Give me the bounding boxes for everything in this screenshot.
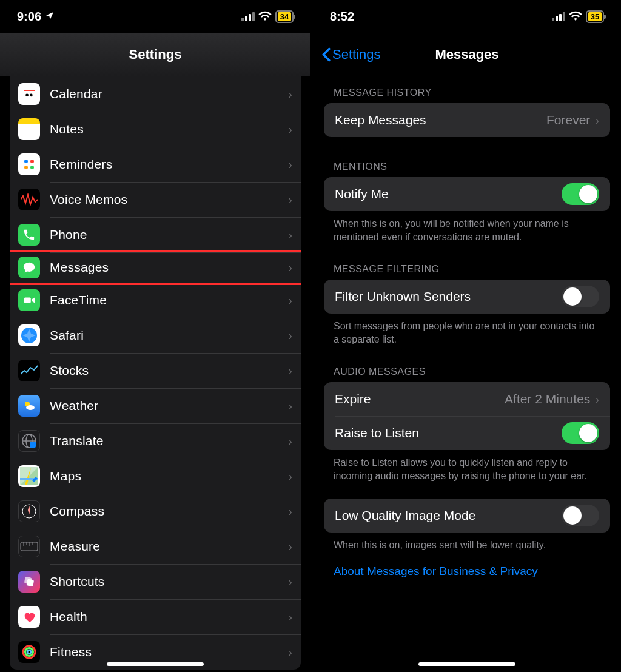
section-header-audio: AUDIO MESSAGES <box>313 346 621 382</box>
keep-messages-cell[interactable]: Keep Messages Forever › <box>324 103 610 137</box>
cell-label: Keep Messages <box>335 113 546 127</box>
settings-item-maps[interactable]: Maps › <box>10 459 301 494</box>
svg-point-4 <box>30 160 34 163</box>
settings-item-label: Safari <box>50 328 288 343</box>
chevron-right-icon: › <box>595 392 599 406</box>
settings-item-label: Messages <box>50 260 288 275</box>
section-footer-lowq: When this is on, images sent will be low… <box>313 533 621 552</box>
settings-item-label: Phone <box>50 227 288 242</box>
raise-to-listen-toggle[interactable] <box>562 422 599 444</box>
low-quality-image-cell: Low Quality Image Mode <box>324 499 610 533</box>
svg-rect-21 <box>26 579 34 586</box>
settings-item-label: Health <box>50 610 288 624</box>
settings-item-shortcuts[interactable]: Shortcuts › <box>10 564 301 599</box>
status-time: 8:52 <box>330 10 354 24</box>
svg-point-9 <box>26 405 35 410</box>
about-messages-business-link[interactable]: About Messages for Business & Privacy <box>313 551 621 591</box>
settings-item-safari[interactable]: Safari › <box>10 318 301 353</box>
settings-item-label: Weather <box>50 398 288 413</box>
notify-me-toggle[interactable] <box>562 183 599 205</box>
cell-label: Expire <box>335 392 505 406</box>
settings-item-label: Calendar <box>50 87 288 101</box>
translate-icon <box>18 430 40 452</box>
settings-item-weather[interactable]: Weather › <box>10 388 301 423</box>
chevron-right-icon: › <box>288 294 292 307</box>
chevron-right-icon: › <box>288 505 292 519</box>
expire-cell[interactable]: Expire After 2 Minutes › <box>324 382 610 416</box>
filter-unknown-senders-toggle[interactable] <box>562 286 599 307</box>
phone-icon <box>18 224 40 246</box>
weather-icon <box>18 395 40 417</box>
compass-icon <box>18 500 40 522</box>
section-header-history: MESSAGE HISTORY <box>313 76 621 103</box>
svg-rect-15 <box>21 542 38 551</box>
home-indicator[interactable] <box>107 662 204 666</box>
settings-item-phone[interactable]: Phone › <box>10 217 301 252</box>
chevron-right-icon: › <box>288 645 292 659</box>
wifi-icon <box>258 10 272 24</box>
chevron-right-icon: › <box>288 434 292 448</box>
settings-item-label: Measure <box>50 539 288 554</box>
settings-item-label: Stocks <box>50 363 288 378</box>
fitness-icon <box>18 641 40 663</box>
cell-value: After 2 Minutes <box>505 392 590 406</box>
svg-point-3 <box>24 166 28 169</box>
section-footer-audio: Raise to Listen allows you to quickly li… <box>313 450 621 482</box>
navbar: Settings <box>0 33 310 76</box>
settings-item-messages[interactable]: Messages › <box>10 250 301 285</box>
settings-item-measure[interactable]: Measure › <box>10 529 301 564</box>
page-title: Messages <box>435 47 498 62</box>
settings-item-notes[interactable]: Notes › <box>10 112 301 147</box>
settings-item-reminders[interactable]: Reminders › <box>10 147 301 182</box>
measure-icon <box>18 536 40 557</box>
settings-item-label: Shortcuts <box>50 574 288 589</box>
chevron-right-icon: › <box>288 469 292 483</box>
section-footer-filtering: Sort messages from people who are not in… <box>313 314 621 346</box>
maps-icon <box>18 465 40 487</box>
status-time: 9:06 <box>17 10 41 24</box>
svg-rect-6 <box>24 297 31 303</box>
chevron-right-icon: › <box>288 399 292 413</box>
page-title: Settings <box>129 47 182 62</box>
settings-item-label: FaceTime <box>50 293 288 307</box>
cell-value: Forever <box>546 113 590 127</box>
svg-point-5 <box>30 166 34 169</box>
raise-to-listen-cell: Raise to Listen <box>324 416 610 450</box>
svg-point-24 <box>27 650 31 654</box>
cell-label: Low Quality Image Mode <box>335 508 562 523</box>
cell-label: Filter Unknown Senders <box>335 289 562 304</box>
chevron-right-icon: › <box>288 364 292 378</box>
settings-item-calendar[interactable]: ●● Calendar › <box>10 76 301 112</box>
filter-unknown-senders-cell: Filter Unknown Senders <box>324 280 610 314</box>
svg-rect-13 <box>30 442 36 448</box>
low-quality-image-toggle[interactable] <box>562 505 599 526</box>
chevron-right-icon: › <box>288 123 292 136</box>
notes-icon <box>18 118 40 140</box>
settings-list[interactable]: ●● Calendar › Notes › Reminders › Voice … <box>0 76 310 672</box>
battery-icon: 34 <box>275 10 294 23</box>
health-icon <box>18 606 40 628</box>
section-footer-mentions: When this is on, you will be notified wh… <box>313 211 621 243</box>
settings-item-compass[interactable]: Compass › <box>10 494 301 529</box>
settings-item-voicememos[interactable]: Voice Memos › <box>10 182 301 217</box>
chevron-right-icon: › <box>288 87 292 101</box>
settings-item-stocks[interactable]: Stocks › <box>10 353 301 388</box>
settings-item-translate[interactable]: Translate › <box>10 423 301 459</box>
section-header-filtering: MESSAGE FILTERING <box>313 243 621 280</box>
settings-item-label: Compass <box>50 504 288 519</box>
settings-item-label: Voice Memos <box>50 192 288 207</box>
settings-item-facetime[interactable]: FaceTime › <box>10 283 301 318</box>
messages-settings-screen: 8:52 35 Settings Messages MESSAGE HISTOR… <box>310 0 621 672</box>
shortcuts-icon <box>18 571 40 593</box>
settings-item-health[interactable]: Health › <box>10 599 301 634</box>
messages-settings-list[interactable]: MESSAGE HISTORY Keep Messages Forever › … <box>313 76 621 672</box>
settings-item-label: Translate <box>50 434 288 448</box>
chevron-right-icon: › <box>288 329 292 343</box>
svg-point-2 <box>24 160 28 163</box>
back-button[interactable]: Settings <box>321 47 381 62</box>
home-indicator[interactable] <box>418 662 515 666</box>
svg-point-23 <box>25 648 33 656</box>
chevron-right-icon: › <box>288 193 292 207</box>
chevron-right-icon: › <box>288 575 292 589</box>
chevron-right-icon: › <box>288 610 292 624</box>
